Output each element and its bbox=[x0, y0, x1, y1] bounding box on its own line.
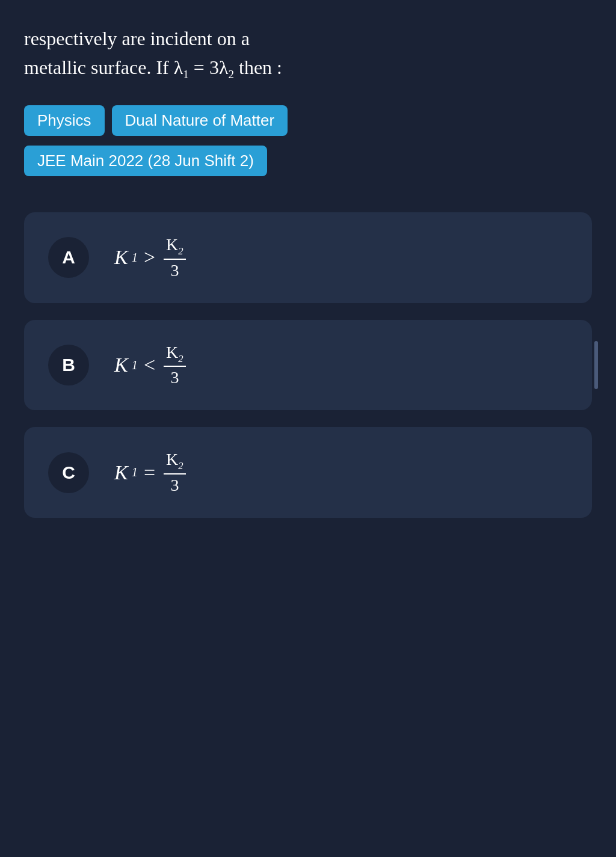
scrollbar-indicator bbox=[594, 341, 598, 389]
option-a-card[interactable]: A K1 > K2 3 bbox=[24, 212, 592, 303]
tag-jee-main[interactable]: JEE Main 2022 (28 Jun Shift 2) bbox=[24, 146, 267, 176]
tag-physics[interactable]: Physics bbox=[24, 105, 105, 136]
option-c-math: K1 = K2 3 bbox=[111, 450, 188, 495]
option-a-math: K1 > K2 3 bbox=[111, 235, 188, 280]
option-a-letter: A bbox=[48, 237, 89, 278]
tags-row2: JEE Main 2022 (28 Jun Shift 2) bbox=[24, 146, 592, 176]
option-b-letter: B bbox=[48, 345, 89, 385]
option-b-math: K1 < K2 3 bbox=[111, 343, 188, 388]
tags-row1: Physics Dual Nature of Matter bbox=[24, 105, 592, 136]
option-c-letter: C bbox=[48, 452, 89, 493]
options-container: A K1 > K2 3 B K1 < K2 3 bbox=[24, 212, 592, 518]
question-line2: metallic surface. If λ1 = 3λ2 then : bbox=[24, 57, 282, 78]
tag-dual-nature[interactable]: Dual Nature of Matter bbox=[112, 105, 288, 136]
option-c-card[interactable]: C K1 = K2 3 bbox=[24, 427, 592, 518]
question-text: respectively are incident on a metallic … bbox=[24, 24, 592, 84]
page-container: respectively are incident on a metallic … bbox=[0, 0, 616, 554]
option-b-card[interactable]: B K1 < K2 3 bbox=[24, 320, 592, 411]
question-line1: respectively are incident on a bbox=[24, 28, 250, 49]
